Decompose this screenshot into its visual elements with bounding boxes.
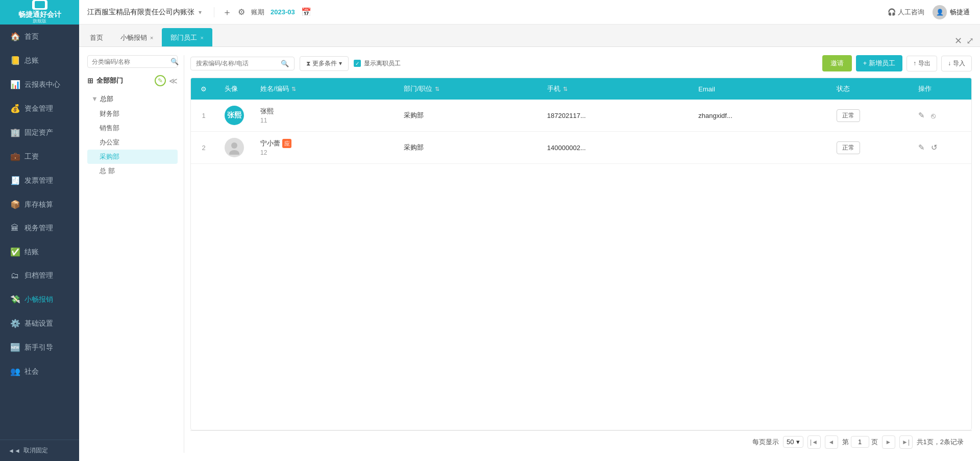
sidebar-item-payroll[interactable]: 💼 工资	[0, 144, 79, 168]
import-button[interactable]: ↓ 导入	[941, 56, 972, 71]
page-next-button[interactable]: ►	[882, 435, 895, 449]
company-selector[interactable]: 江西服宝精品有限责任公司内账张 ▾	[79, 8, 210, 17]
sidebar-item-expense[interactable]: 💸 小畅报销	[0, 287, 79, 311]
cell-status-0: 正常	[828, 100, 910, 132]
show-resigned-checkbox[interactable]: ✓	[354, 60, 361, 67]
show-resigned-toggle[interactable]: ✓ 显示离职员工	[354, 59, 401, 68]
user-area[interactable]: 👤 畅捷通	[933, 5, 970, 19]
sidebar-item-guide[interactable]: 🆕 新手引导	[0, 335, 79, 359]
archive-icon: 🗂	[10, 271, 19, 280]
assets-icon: 🏢	[10, 128, 19, 137]
page-content: 🔍 ⊞ 全部部门 ✎ ≪ ▼总部 财务部	[79, 47, 980, 461]
support-button[interactable]: 🎧 人工咨询	[888, 8, 924, 17]
export-icon: ↑	[913, 60, 916, 67]
dept-node-sales[interactable]: 销售部	[87, 121, 178, 135]
tab-department-label: 部门员工	[170, 33, 197, 42]
col-name[interactable]: 姓名/编码 ⇅	[252, 78, 396, 100]
col-phone[interactable]: 手机 ⇅	[539, 78, 691, 100]
col-dept[interactable]: 部门/职位 ⇅	[396, 78, 539, 100]
sidebar-label-home: 首页	[24, 32, 39, 41]
tab-department[interactable]: 部门员工 ×	[162, 28, 212, 46]
col-status: 状态	[828, 78, 910, 100]
logout-icon-0[interactable]: ⎋	[931, 111, 936, 120]
page-total: 共1页，2条记录	[917, 438, 964, 447]
header-divider	[214, 7, 214, 17]
employee-search-box[interactable]: 🔍	[190, 57, 295, 70]
dept-collapse-icon[interactable]: ≪	[169, 76, 178, 86]
social-icon: 👥	[10, 367, 19, 376]
cell-phone-0: 187202117...	[539, 100, 691, 132]
dept-search-input[interactable]	[92, 58, 168, 65]
tab-home[interactable]: 首页	[81, 28, 112, 46]
unpin-button[interactable]: ◄◄ 取消固定	[0, 440, 79, 461]
sidebar-item-archive[interactable]: 🗂 归档管理	[0, 264, 79, 287]
sidebar: 🏠 首页 📒 总账 📊 云报表中心 💰 资金管理 🏢 固定资产 💼 工资 🧾 发…	[0, 25, 79, 461]
tab-expense-close[interactable]: ×	[150, 35, 153, 41]
dept-node-purchasing[interactable]: 采购部	[87, 150, 178, 164]
sidebar-label-tax: 税务管理	[24, 224, 53, 233]
cell-dept-0: 采购部	[396, 100, 539, 132]
inventory-icon: 📦	[10, 200, 19, 209]
tab-close-all-icon[interactable]: ✕	[954, 35, 962, 46]
home-icon: 🏠	[10, 32, 19, 41]
expense-icon: 💸	[10, 295, 19, 304]
sidebar-item-social[interactable]: 👥 社会	[0, 359, 79, 383]
page-size-select[interactable]: 50 ▾	[783, 436, 803, 448]
page-prev-button[interactable]: ◄	[825, 435, 838, 449]
import-label: 导入	[953, 59, 965, 68]
edit-icon-1[interactable]: ✎	[918, 143, 925, 152]
sidebar-item-reports[interactable]: 📊 云报表中心	[0, 72, 79, 96]
page-last-button[interactable]: ►|	[899, 435, 913, 449]
dept-search-icon[interactable]: 🔍	[170, 58, 179, 65]
dept-edit-icon[interactable]: ✎	[155, 75, 166, 86]
user-name: 畅捷通	[950, 8, 970, 17]
invite-button[interactable]: 邀请	[822, 55, 852, 71]
employee-search-input[interactable]	[196, 60, 278, 67]
sidebar-item-finance[interactable]: 💰 资金管理	[0, 96, 79, 120]
dept-node-general[interactable]: 总 部	[87, 164, 178, 178]
logo-area: 畅捷通好会计 旗舰版	[0, 0, 79, 25]
dept-search-box[interactable]: 🔍	[87, 55, 178, 68]
tab-maximize-icon[interactable]: ⤢	[966, 35, 974, 46]
add-tab-icon[interactable]: ＋	[223, 6, 232, 18]
calendar-icon[interactable]: 📅	[301, 7, 311, 17]
col-settings[interactable]: ⚙	[191, 78, 216, 100]
dept-node-finance[interactable]: 财务部	[87, 107, 178, 121]
tab-expense[interactable]: 小畅报销 ×	[112, 28, 162, 46]
sidebar-label-expense: 小畅报销	[24, 295, 53, 304]
toolbar-right: 邀请 + 新增员工 ↑ 导出 ↓ 导入	[822, 55, 972, 71]
dept-grid-icon: ⊞	[87, 77, 93, 85]
filter-button[interactable]: ⧗ 更多条件 ▾	[300, 56, 349, 71]
payroll-icon: 💼	[10, 152, 19, 161]
tab-bar-actions: ✕ ⤢	[954, 35, 980, 46]
dept-node-parent-zongbu[interactable]: ▼总部	[87, 91, 178, 107]
page-number-input[interactable]	[851, 436, 869, 448]
edit-icon-0[interactable]: ✎	[918, 111, 925, 120]
finance-icon: 💰	[10, 104, 19, 113]
export-label: 导出	[918, 59, 930, 68]
col-actions: 操作	[910, 78, 971, 100]
settings-icon[interactable]: ⚙	[238, 7, 245, 17]
dept-node-office[interactable]: 办公室	[87, 135, 178, 150]
all-dept-label[interactable]: ⊞ 全部部门	[87, 76, 123, 85]
add-employee-button[interactable]: + 新增员工	[856, 55, 902, 71]
filter-icon: ⧗	[306, 60, 310, 67]
employee-search-icon[interactable]: 🔍	[281, 60, 289, 67]
sidebar-item-assets[interactable]: 🏢 固定资产	[0, 120, 79, 144]
sidebar-item-home[interactable]: 🏠 首页	[0, 25, 79, 48]
sidebar-item-ledger[interactable]: 📒 总账	[0, 48, 79, 72]
page-first-button[interactable]: |◄	[807, 435, 821, 449]
tab-department-close[interactable]: ×	[200, 35, 203, 41]
export-button[interactable]: ↑ 导出	[906, 56, 937, 71]
sidebar-item-tax[interactable]: 🏛 税务管理	[0, 216, 79, 240]
cell-avatar-0: 张熙	[216, 100, 252, 132]
all-dept-text: 全部部门	[96, 76, 123, 85]
sidebar-item-settlement[interactable]: ✅ 结账	[0, 240, 79, 264]
sidebar-item-settings[interactable]: ⚙️ 基础设置	[0, 311, 79, 335]
sidebar-item-inventory[interactable]: 📦 库存核算	[0, 192, 79, 216]
import-icon: ↓	[948, 60, 951, 67]
sidebar-item-invoice[interactable]: 🧾 发票管理	[0, 168, 79, 192]
filter-label: 更多条件	[312, 59, 337, 68]
refresh-icon-1[interactable]: ↺	[931, 143, 938, 152]
tab-home-label: 首页	[90, 33, 103, 42]
